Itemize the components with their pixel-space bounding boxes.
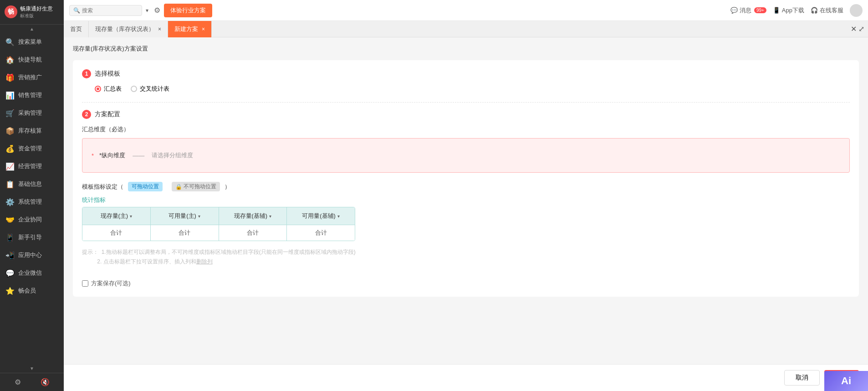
tips-section: 提示： 1.拖动标题栏可以调整布局，不可跨维度或指标区域拖动栏目字段(只能在同一… [82, 248, 850, 266]
topbar: 🔍 ▾ ⚙ 体验行业方案 💬 消息 99+ 📱 App下载 🎧 在线客服 [64, 0, 868, 21]
sidebar-item-purchase[interactable]: 🛒 采购管理 [0, 104, 64, 122]
industry-plan-button[interactable]: 体验行业方案 [164, 4, 212, 17]
template-cross-option[interactable]: 交叉统计表 [131, 85, 169, 93]
delete-col-link[interactable]: 删除列 [196, 258, 213, 265]
stat-cell-0-0: 合计 [82, 225, 151, 241]
search-input[interactable] [82, 7, 128, 14]
sidebar-item-label: 新手引导 [18, 233, 42, 242]
tabbar-close-icon[interactable]: ✕ [851, 25, 857, 33]
dim-placeholder-text[interactable]: 请选择分组维度 [152, 151, 193, 159]
sidebar-item-search-menu[interactable]: 🔍 搜索菜单 [0, 33, 64, 51]
message-button[interactable]: 💬 消息 99+ [730, 6, 766, 15]
sidebar-item-finance[interactable]: 💰 资金管理 [0, 140, 64, 158]
sidebar: 畅 畅康通好生意 标准版 ▲ 🔍 搜索菜单 🏠 快捷导航 🎁 营销推广 📊 销售… [0, 0, 64, 391]
topbar-gear-icon[interactable]: ⚙ [154, 6, 160, 15]
tab-inventory-status[interactable]: 现存量（库存状况表） × [89, 21, 168, 37]
summary-radio[interactable] [95, 86, 101, 92]
col-header-1[interactable]: 可用量(主) ▾ [151, 207, 219, 225]
home-icon: 🏠 [5, 56, 15, 64]
cross-radio[interactable] [131, 86, 137, 92]
box-icon: 📦 [5, 127, 15, 135]
sidebar-scroll-up[interactable]: ▲ [0, 25, 64, 33]
lock-icon: 🔒 [175, 184, 182, 190]
wechat-icon: 💬 [5, 269, 15, 278]
sidebar-item-basic-info[interactable]: 📋 基础信息 [0, 175, 64, 193]
sidebar-item-label: 企业微信 [18, 269, 42, 277]
chevron-down-icon-3: ▾ [337, 214, 340, 219]
indicator-label: 模板指标设定（ 可拖动位置 🔒 不可拖动位置 ） [82, 182, 850, 191]
logo-icon: 畅 [5, 5, 17, 18]
sidebar-scroll-down[interactable]: ▼ [0, 364, 64, 373]
star-icon: ⭐ [5, 287, 15, 295]
stat-label: 统计指标 [82, 196, 850, 204]
step2-num: 2 [82, 110, 91, 119]
sidebar-item-quick-nav[interactable]: 🏠 快捷导航 [0, 51, 64, 69]
save-checkbox[interactable] [82, 280, 88, 287]
template-summary-option[interactable]: 汇总表 [95, 85, 122, 93]
col-header-3[interactable]: 可用量(基辅) ▾ [287, 207, 355, 225]
draggable-badge: 可拖动位置 [128, 182, 163, 191]
save-label: 方案保存(可选) [91, 279, 131, 288]
tabbar-expand-icon[interactable]: ⤢ [858, 25, 864, 33]
volume-icon[interactable]: 🔇 [41, 378, 50, 386]
headset-icon: 🎧 [811, 7, 818, 14]
trend-icon: 📈 [5, 162, 15, 171]
dim-dash: —— [133, 152, 144, 159]
col-header-0[interactable]: 现存量(主) ▾ [82, 207, 151, 225]
cross-label: 交叉统计表 [140, 85, 169, 93]
settings-icon[interactable]: ⚙ [15, 378, 21, 386]
sidebar-item-enterprise-wx[interactable]: 💬 企业微信 [0, 264, 64, 282]
stat-table: 现存量(主) ▾ 可用量(主) ▾ 现存量(基辅) ▾ [82, 207, 355, 241]
save-option: 方案保存(可选) [82, 275, 850, 288]
step2-section: 2 方案配置 汇总维度（必选） * *纵向维度 —— 请选择分组维度 模板指标设… [82, 102, 850, 266]
tab-new-plan[interactable]: 新建方案 × [168, 21, 212, 37]
col-label-0: 现存量(主) [101, 212, 128, 220]
page-title: 现存量(库存状况表)方案设置 [73, 45, 859, 53]
app-download-button[interactable]: 📱 App下载 [773, 6, 804, 15]
chart-icon: 📊 [5, 91, 15, 100]
stat-table-section: 统计指标 现存量(主) ▾ 可用量(主) ▾ [82, 196, 850, 241]
sidebar-item-vip[interactable]: ⭐ 畅会员 [0, 282, 64, 300]
cart-icon: 🛒 [5, 109, 15, 118]
dim-section-label: 汇总维度（必选） [82, 125, 850, 134]
app-icon: 📲 [5, 251, 15, 260]
step2-header: 2 方案配置 [82, 110, 850, 119]
sidebar-item-app-center[interactable]: 📲 应用中心 [0, 247, 64, 264]
tip-0: 提示： 1.拖动标题栏可以调整布局，不可跨维度或指标区域拖动栏目字段(只能在同一… [82, 248, 850, 256]
template-options: 汇总表 交叉统计表 [95, 85, 850, 93]
sidebar-item-inventory[interactable]: 📦 库存核算 [0, 122, 64, 140]
search-box[interactable]: 🔍 [69, 5, 142, 16]
sidebar-bottom: ⚙ 🔇 [0, 373, 64, 391]
tab-home-label: 首页 [70, 25, 82, 33]
tab-new-plan-close[interactable]: × [202, 26, 205, 32]
cancel-button[interactable]: 取消 [784, 370, 820, 386]
sidebar-item-operations[interactable]: 📈 经营管理 [0, 158, 64, 175]
sidebar-item-label: 营销推广 [18, 73, 42, 82]
dim-direction-label: *纵向维度 [99, 151, 125, 159]
tabbar-controls: ✕ ⤢ [847, 25, 868, 33]
topbar-right: 💬 消息 99+ 📱 App下载 🎧 在线客服 [730, 4, 863, 17]
sidebar-item-cooperation[interactable]: 🤝 企业协同 [0, 211, 64, 229]
sidebar-item-label: 销售管理 [18, 91, 42, 99]
step1-num: 1 [82, 69, 91, 78]
search-icon: 🔍 [5, 38, 15, 46]
sidebar-item-sales[interactable]: 📊 销售管理 [0, 87, 64, 104]
tabbar: 首页 现存量（库存状况表） × 新建方案 × ✕ ⤢ [64, 21, 868, 37]
user-avatar[interactable] [850, 4, 863, 17]
online-service-button[interactable]: 🎧 在线客服 [811, 6, 843, 15]
sidebar-item-marketing[interactable]: 🎁 营销推广 [0, 69, 64, 87]
dim-area: * *纵向维度 —— 请选择分组维度 [82, 138, 850, 173]
logo-text: 畅康通好生意 标准版 [20, 5, 53, 19]
sidebar-item-system[interactable]: ⚙️ 系统管理 [0, 193, 64, 211]
col-header-2[interactable]: 现存量(基辅) ▾ [219, 207, 287, 225]
dropdown-icon[interactable]: ▾ [146, 7, 148, 14]
main-area: 🔍 ▾ ⚙ 体验行业方案 💬 消息 99+ 📱 App下载 🎧 在线客服 [64, 0, 868, 391]
ai-badge[interactable]: Ai [824, 371, 868, 391]
tab-home[interactable]: 首页 [64, 21, 89, 37]
sidebar-item-new-guide[interactable]: 📱 新手引导 [0, 229, 64, 247]
gift-icon: 🎁 [5, 73, 15, 82]
sidebar-item-label: 快捷导航 [18, 56, 42, 64]
tab-inventory-close[interactable]: × [158, 26, 161, 32]
plan-card: 1 选择模板 汇总表 交叉统计表 2 [73, 60, 859, 297]
stat-cell-0-2: 合计 [219, 225, 287, 241]
